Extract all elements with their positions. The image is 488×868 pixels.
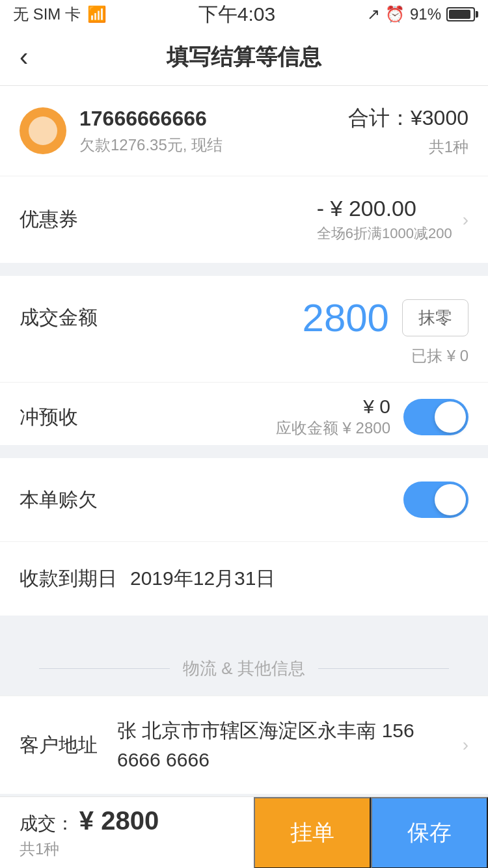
deal-amount-row: 成交金额 2800 抹零: [0, 276, 488, 346]
customer-info: 17666666666 欠款1276.35元, 现结: [79, 107, 348, 156]
location-icon: ↗: [367, 5, 380, 23]
customer-total: 合计：¥3000 共1种: [348, 104, 468, 157]
carrier-label: 无 SIM 卡: [13, 4, 81, 25]
address-card: 客户地址 张 北京市市辖区海淀区永丰南 156 6666 6666 ›: [0, 696, 488, 794]
logistics-section-title: 物流 & 其他信息: [170, 657, 318, 680]
address-label: 客户地址: [20, 732, 98, 759]
prepay-toggle[interactable]: [403, 399, 468, 435]
prepay-row: 冲预收 ¥ 0 应收金额 ¥ 2800: [0, 382, 488, 445]
coupon-amount: - ¥ 200.00: [317, 196, 452, 221]
battery-icon: [446, 7, 475, 21]
logistics-section-title-bar: 物流 & 其他信息: [0, 642, 488, 696]
coupon-desc: 全场6折满1000减200: [317, 224, 452, 243]
prepay-amount: ¥ 0: [276, 396, 390, 418]
prepay-sub: 应收金额 ¥ 2800: [276, 418, 390, 439]
bottom-deal-sub: 共1种: [20, 839, 234, 860]
prepay-right: ¥ 0 应收金额 ¥ 2800: [276, 396, 468, 439]
credit-card: 本单赊欠 收款到期日 2019年12月31日: [0, 458, 488, 616]
total-sub: 共1种: [348, 137, 468, 157]
alarm-icon: ⏰: [385, 5, 405, 23]
deal-amount-value: 2800: [303, 295, 389, 340]
customer-phone: 17666666666: [79, 107, 348, 131]
credit-toggle[interactable]: [403, 481, 468, 518]
coupon-value-wrap: - ¥ 200.00 全场6折满1000减200: [317, 196, 452, 243]
address-row[interactable]: 客户地址 张 北京市市辖区海淀区永丰南 156 6666 6666 ›: [0, 696, 488, 794]
toggle-knob: [435, 401, 466, 433]
prepay-label: 冲预收: [20, 404, 78, 431]
status-bar: 无 SIM 卡 📶 下午4:03 ↗ ⏰ 91%: [0, 0, 488, 29]
bottom-summary: 成交： ¥ 2800 共1种: [0, 806, 254, 860]
avatar: [20, 107, 66, 154]
section-divider: [0, 629, 488, 642]
hang-button[interactable]: 挂单: [254, 797, 371, 869]
customer-sub: 欠款1276.35元, 现结: [79, 135, 348, 156]
deal-amount-card: 成交金额 2800 抹零 已抹 ¥ 0 冲预收 ¥ 0 应收金额 ¥ 2800: [0, 276, 488, 445]
address-value: 张 北京市市辖区海淀区永丰南 156 6666 6666: [117, 716, 463, 774]
total-label: 合计：: [348, 106, 411, 129]
coupon-right: - ¥ 200.00 全场6折满1000减200 ›: [317, 196, 468, 243]
bottom-deal-label: 成交：: [20, 813, 74, 834]
coupon-row[interactable]: 优惠券 - ¥ 200.00 全场6折满1000减200 ›: [0, 176, 488, 263]
address-chevron-icon: ›: [463, 735, 468, 755]
due-date-value: 2019年12月31日: [130, 565, 275, 592]
nav-bar: ‹ 填写结算等信息: [0, 29, 488, 86]
prepay-value-wrap: ¥ 0 应收金额 ¥ 2800: [276, 396, 390, 439]
page-title: 填写结算等信息: [167, 42, 321, 72]
customer-row: 17666666666 欠款1276.35元, 现结 合计：¥3000 共1种: [0, 86, 488, 176]
due-date-row: 收款到期日 2019年12月31日: [0, 541, 488, 616]
total-value: ¥3000: [411, 106, 468, 129]
bottom-deal-line: 成交： ¥ 2800: [20, 806, 234, 836]
customer-card: 17666666666 欠款1276.35元, 现结 合计：¥3000 共1种 …: [0, 86, 488, 263]
credit-row: 本单赊欠: [0, 458, 488, 541]
credit-toggle-knob: [435, 484, 466, 515]
total-amount: 合计：¥3000: [348, 104, 468, 133]
round-zero-button[interactable]: 抹零: [402, 299, 468, 336]
bottom-bar: 成交： ¥ 2800 共1种 挂单 保存: [0, 796, 488, 868]
status-time: 下午4:03: [198, 1, 275, 28]
status-right: ↗ ⏰ 91%: [367, 5, 475, 23]
deal-amount-sub: 已抹 ¥ 0: [0, 346, 488, 382]
back-icon: ‹: [20, 42, 28, 72]
wifi-icon: 📶: [87, 5, 107, 23]
credit-label: 本单赊欠: [20, 487, 98, 513]
battery-percent: 91%: [410, 5, 441, 23]
coupon-chevron-icon: ›: [463, 210, 468, 230]
due-date-label: 收款到期日: [20, 565, 117, 592]
battery-fill: [449, 10, 470, 19]
coupon-label: 优惠券: [20, 206, 78, 233]
back-button[interactable]: ‹: [20, 42, 28, 72]
content-area: 17666666666 欠款1276.35元, 现结 合计：¥3000 共1种 …: [0, 86, 488, 868]
save-button[interactable]: 保存: [371, 797, 488, 869]
bottom-deal-amount: ¥ 2800: [79, 806, 159, 835]
deal-value-wrap: 2800 抹零: [303, 295, 468, 340]
deal-amount-label: 成交金额: [20, 305, 98, 331]
status-left: 无 SIM 卡 📶: [13, 4, 107, 25]
avatar-icon: [29, 116, 57, 145]
